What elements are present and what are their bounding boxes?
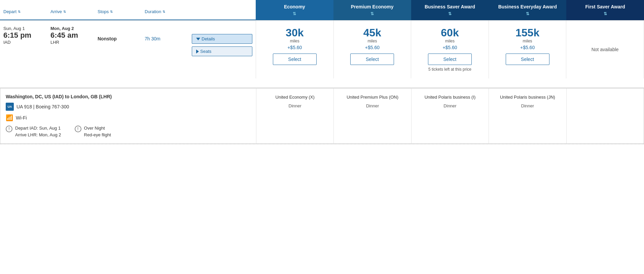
business-saver-header-label: Business Saver Award: [415, 4, 486, 9]
fare-class-headers: Economy ⇅ Premium Economy ⇅ Business Sav…: [256, 0, 644, 20]
duration-header-label: Duration: [145, 9, 161, 14]
overnight-schedule-line2: Red-eye flight: [84, 132, 111, 138]
premium-economy-sort-btn[interactable]: ⇅: [337, 11, 408, 16]
business-saver-miles-label: miles: [445, 39, 455, 43]
schedule-item-overnight: ! Over Night Red-eye flight: [75, 125, 111, 138]
depart-info: Sun, Aug 1 6:15 pm IAD: [0, 26, 47, 45]
premium-economy-header[interactable]: Premium Economy ⇅: [333, 0, 411, 20]
arrive-time: 6:45 am: [50, 31, 91, 40]
premium-economy-select-button[interactable]: Select: [350, 54, 394, 65]
economy-select-button[interactable]: Select: [273, 54, 317, 65]
business-saver-tickets-left: 5 tickets left at this price: [428, 67, 471, 72]
flight-info: Sun, Aug 1 6:15 pm IAD Mon, Aug 2 6:45 a…: [0, 21, 256, 62]
stops-header[interactable]: Stops ⇅: [94, 6, 141, 17]
duration-header[interactable]: Duration ⇅: [141, 6, 188, 17]
schedule-row: ! Depart IAD: Sun, Aug 1 Arrive LHR: Mon…: [6, 125, 251, 138]
premium-economy-miles: 45k: [363, 27, 381, 38]
business-saver-miles: 60k: [441, 27, 459, 38]
business-saver-taxes: +$5.60: [442, 45, 457, 50]
depart-sort-icon: ⇅: [18, 10, 21, 13]
depart-date: Sun, Aug 1: [3, 26, 44, 31]
flight-actions: Details Seats: [188, 26, 256, 56]
details-row: Washington, DC, US (IAD) to London, GB (…: [0, 88, 644, 143]
duration-info: 7h 30m: [141, 26, 188, 41]
not-available-text: Not available: [592, 47, 619, 52]
stops-sort-icon: ⇅: [110, 10, 113, 13]
schedule-item-depart: ! Depart IAD: Sun, Aug 1 Arrive LHR: Mon…: [6, 125, 61, 138]
details-economy-meal: Dinner: [259, 103, 331, 108]
details-fare-columns: United Economy (X) Dinner United Premium…: [256, 89, 644, 143]
route-title: Washington, DC, US (IAD) to London, GB (…: [6, 94, 251, 99]
airline-logo-text: UA: [8, 105, 12, 108]
economy-sort-btn[interactable]: ⇅: [259, 11, 330, 16]
business-saver-header[interactable]: Business Saver Award ⇅: [411, 0, 489, 20]
overnight-schedule-text: Over Night Red-eye flight: [84, 125, 111, 138]
business-everyday-header-label: Business Everyday Award: [492, 4, 563, 9]
economy-header[interactable]: Economy ⇅: [256, 0, 333, 20]
business-saver-select-button[interactable]: Select: [428, 54, 472, 65]
premium-economy-taxes: +$5.60: [365, 45, 380, 50]
seats-triangle-icon: [196, 49, 199, 54]
details-triangle-icon: [196, 38, 200, 40]
details-business-everyday-meal: Dinner: [492, 103, 563, 108]
flight-row: Sun, Aug 1 6:15 pm IAD Mon, Aug 2 6:45 a…: [0, 21, 644, 88]
overnight-schedule-line1: Over Night: [84, 125, 111, 132]
flight-number-row: UA UA 918 | Boeing 767-300: [6, 103, 251, 111]
stops-value: Nonstop: [98, 36, 117, 41]
seats-button[interactable]: Seats: [192, 46, 252, 56]
premium-economy-header-label: Premium Economy: [337, 4, 408, 9]
economy-miles-label: miles: [290, 39, 299, 43]
overnight-warning-icon: !: [75, 126, 81, 132]
details-premium-economy-col: United Premium Plus (ON) Dinner: [333, 89, 411, 143]
first-saver-sort-btn[interactable]: ⇅: [570, 11, 641, 16]
flight-columns-header: Depart ⇅ Arrive ⇅ Stops ⇅ Duration ⇅: [0, 0, 256, 20]
details-economy-class: United Economy (X): [259, 94, 331, 101]
business-saver-fare: 60k miles +$5.60 Select 5 tickets left a…: [411, 21, 489, 78]
arrive-sort-icon: ⇅: [63, 10, 66, 13]
seats-label: Seats: [200, 49, 211, 54]
details-first-saver-col: [566, 89, 644, 143]
economy-miles: 30k: [286, 27, 303, 38]
economy-taxes: +$5.60: [287, 45, 302, 50]
header-row: Depart ⇅ Arrive ⇅ Stops ⇅ Duration ⇅ Eco…: [0, 0, 644, 21]
business-everyday-miles: 155k: [515, 27, 539, 38]
flight-number: UA 918 | Boeing 767-300: [16, 104, 69, 109]
arrive-header-label: Arrive: [50, 9, 62, 14]
economy-header-label: Economy: [259, 4, 330, 9]
arrive-date: Mon, Aug 2: [50, 26, 91, 31]
details-business-saver-col: United Polaris business (I) Dinner: [411, 89, 489, 143]
first-saver-fare: Not available: [566, 21, 644, 78]
depart-header[interactable]: Depart ⇅: [0, 6, 47, 17]
business-everyday-header[interactable]: Business Everyday Award ⇅: [489, 0, 566, 20]
first-saver-header-label: First Saver Award: [570, 4, 641, 9]
details-premium-economy-meal: Dinner: [336, 103, 408, 108]
stops-info: Nonstop: [94, 26, 141, 41]
stops-header-label: Stops: [98, 9, 109, 14]
wifi-row: 📶 Wi-Fi: [6, 114, 251, 122]
bottom-border: [0, 144, 644, 144]
details-business-saver-class: United Polaris business (I): [414, 94, 486, 101]
arrive-header[interactable]: Arrive ⇅: [47, 6, 94, 17]
business-everyday-sort-btn[interactable]: ⇅: [492, 11, 563, 16]
fare-options: 30k miles +$5.60 Select 45k miles +$5.60…: [256, 21, 644, 78]
arrive-info: Mon, Aug 2 6:45 am LHR: [47, 26, 94, 45]
depart-schedule-text: Depart IAD: Sun, Aug 1 Arrive LHR: Mon, …: [15, 125, 61, 138]
duration-sort-icon: ⇅: [163, 10, 165, 13]
details-button[interactable]: Details: [192, 34, 252, 44]
wifi-label: Wi-Fi: [16, 115, 27, 121]
business-saver-sort-btn[interactable]: ⇅: [415, 11, 486, 16]
details-panel: Washington, DC, US (IAD) to London, GB (…: [0, 88, 644, 144]
details-premium-economy-class: United Premium Plus (ON): [336, 94, 408, 101]
first-saver-header[interactable]: First Saver Award ⇅: [566, 0, 644, 20]
details-business-saver-meal: Dinner: [414, 103, 486, 108]
details-label: Details: [202, 36, 215, 41]
business-everyday-taxes: +$5.60: [520, 45, 535, 50]
business-everyday-select-button[interactable]: Select: [506, 54, 549, 65]
premium-economy-fare: 45k miles +$5.60 Select: [333, 21, 411, 78]
depart-header-label: Depart: [3, 9, 16, 14]
actions-header: [188, 11, 256, 17]
business-everyday-fare: 155k miles +$5.60 Select: [489, 21, 566, 78]
depart-schedule-line1: Depart IAD: Sun, Aug 1: [15, 125, 61, 132]
wifi-icon: 📶: [6, 114, 13, 122]
depart-time: 6:15 pm: [3, 31, 44, 40]
